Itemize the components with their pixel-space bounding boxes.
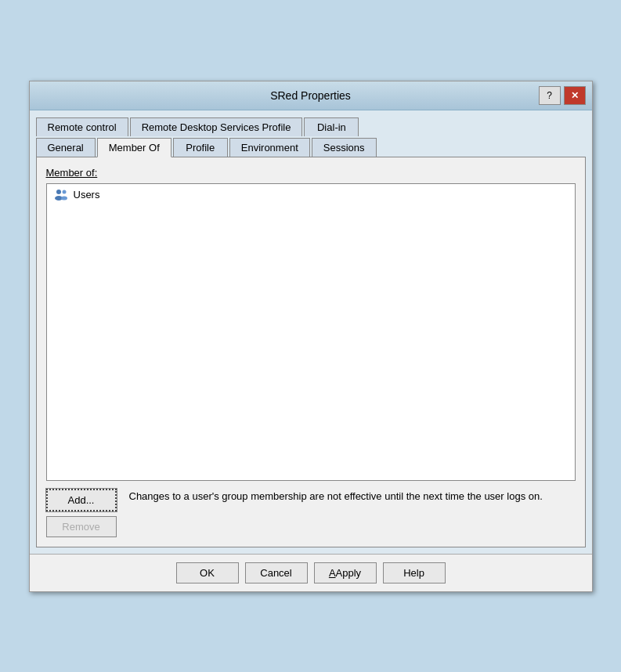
cancel-button[interactable]: Cancel bbox=[245, 562, 308, 583]
tab-environment[interactable]: Environment bbox=[229, 138, 310, 157]
title-bar-buttons: ? ✕ bbox=[539, 86, 586, 105]
tab-rdp-profile[interactable]: Remote Desktop Services Profile bbox=[130, 117, 303, 136]
remove-button[interactable]: Remove bbox=[46, 516, 117, 537]
member-of-label: Member of: bbox=[46, 167, 576, 179]
tab-remote-control[interactable]: Remote control bbox=[36, 117, 128, 136]
list-item: Users bbox=[50, 187, 572, 203]
notice-text: Changes to a user's group membership are… bbox=[129, 489, 576, 504]
svg-point-0 bbox=[56, 190, 61, 194]
tab-content: Member of: Users bbox=[36, 157, 586, 547]
close-button[interactable]: ✕ bbox=[564, 86, 586, 105]
bottom-section: Add... Remove Changes to a user's group … bbox=[46, 489, 576, 537]
tab-profile[interactable]: Profile bbox=[173, 138, 228, 157]
apply-underline-char: AApply bbox=[329, 567, 361, 579]
tab-general[interactable]: General bbox=[36, 138, 96, 157]
tab-row-1: Remote control Remote Desktop Services P… bbox=[36, 117, 586, 135]
apply-button[interactable]: AApply bbox=[314, 562, 377, 583]
action-buttons: Add... Remove bbox=[46, 489, 117, 537]
help-button[interactable]: ? bbox=[539, 86, 561, 105]
tab-member-of[interactable]: Member Of bbox=[97, 138, 171, 157]
ok-button[interactable]: OK bbox=[176, 562, 239, 583]
svg-point-2 bbox=[62, 190, 66, 193]
member-name: Users bbox=[74, 189, 100, 201]
dialog-content: Remote control Remote Desktop Services P… bbox=[30, 110, 592, 554]
tab-row-2: General Member Of Profile Environment Se… bbox=[36, 137, 586, 157]
dialog-footer: OK Cancel AApply Help bbox=[30, 554, 592, 591]
svg-point-3 bbox=[61, 196, 67, 200]
add-button[interactable]: Add... bbox=[46, 489, 117, 511]
window-title: SRed Properties bbox=[83, 89, 539, 102]
help-footer-button[interactable]: Help bbox=[383, 562, 446, 583]
title-bar: SRed Properties ? ✕ bbox=[30, 81, 592, 110]
group-icon bbox=[53, 189, 69, 201]
tab-sessions[interactable]: Sessions bbox=[312, 138, 377, 157]
tab-dial-in[interactable]: Dial-in bbox=[304, 117, 359, 136]
member-list[interactable]: Users bbox=[46, 183, 576, 481]
properties-dialog: SRed Properties ? ✕ Remote control Remot… bbox=[29, 81, 593, 592]
